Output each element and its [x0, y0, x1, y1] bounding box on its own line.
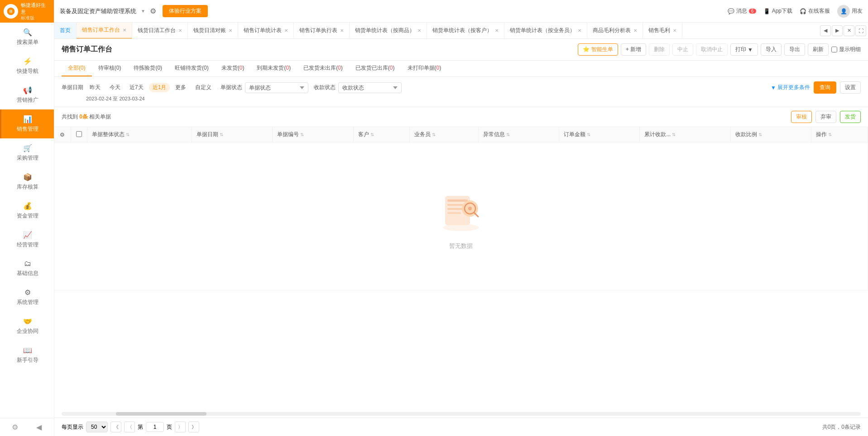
import-btn[interactable]: 导入: [761, 43, 782, 56]
prev-page-btn[interactable]: 〈: [124, 422, 135, 432]
sidebar-item-purchase[interactable]: 🛒采购管理: [0, 138, 54, 167]
query-btn[interactable]: 查询: [814, 81, 836, 94]
stop-btn[interactable]: 中止: [672, 43, 693, 56]
ship-btn[interactable]: 发货: [840, 111, 861, 123]
print-btn[interactable]: 打印 ▼: [730, 43, 758, 56]
sidebar-item-basic[interactable]: 🗂基础信息: [0, 254, 54, 283]
first-page-btn[interactable]: 《: [110, 422, 121, 432]
tab-goods-stat-staff[interactable]: 销货单统计表（按业务员）✕: [504, 23, 587, 39]
sort-icon[interactable]: ⇅: [126, 132, 129, 137]
scroll-thumb[interactable]: [116, 412, 206, 416]
sidebar-item-quick-nav[interactable]: ⚡快捷导航: [0, 52, 54, 81]
user-btn[interactable]: 👤 用友: [837, 5, 863, 18]
add-btn[interactable]: + 新增: [621, 43, 646, 56]
select-all-checkbox[interactable]: [76, 131, 82, 137]
date-option-昨天[interactable]: 昨天: [86, 83, 104, 92]
payment-select[interactable]: 收款状态: [338, 82, 402, 93]
cancel-stop-btn[interactable]: 取消中止: [696, 43, 728, 56]
sidebar-item-marketing[interactable]: 📢营销推广: [0, 81, 54, 109]
subtab-pending-inspect[interactable]: 待拣验货(0): [127, 61, 168, 76]
tab-sales-exec[interactable]: 销售订单执行表✕: [294, 23, 350, 39]
sort-icon[interactable]: ⇅: [672, 132, 676, 137]
smart-btn[interactable]: ⭐ 智能生单: [578, 43, 618, 56]
filter-settings-btn[interactable]: 设置: [840, 81, 861, 94]
tab-cashier[interactable]: 钱货日清工作台✕: [132, 23, 188, 39]
export-btn[interactable]: 导出: [784, 43, 805, 56]
sidebar-item-guide[interactable]: 📖新手引导: [0, 341, 54, 370]
tab-home[interactable]: 首页: [54, 23, 77, 39]
date-option-自定义[interactable]: 自定义: [192, 83, 215, 92]
sidebar-item-system[interactable]: ⚙系统管理: [0, 283, 54, 312]
date-option-今天[interactable]: 今天: [106, 83, 124, 92]
review-btn[interactable]: 审核: [791, 111, 812, 123]
settings-icon[interactable]: ⚙: [5, 423, 25, 431]
tab-expand-icon[interactable]: ⛶: [855, 25, 866, 36]
tab-sales-stat[interactable]: 销售订单统计表✕: [238, 23, 294, 39]
tab-goods-stat-cust[interactable]: 销货单统计表（按客户）✕: [427, 23, 504, 39]
show-detail-checkbox[interactable]: [831, 47, 837, 52]
industry-btn[interactable]: 体验行业方案: [163, 5, 208, 17]
sidebar-item-finance[interactable]: 💰资金管理: [0, 196, 54, 225]
tab-close-icon[interactable]: ✕: [178, 28, 182, 33]
sort-icon[interactable]: ⇅: [220, 132, 223, 137]
sort-icon[interactable]: ⇅: [758, 132, 762, 137]
sidebar-item-search[interactable]: 🔍搜索菜单: [0, 23, 54, 52]
subtab-wangpu-pending[interactable]: 旺铺待发货(0): [168, 61, 215, 76]
sort-icon[interactable]: ⇅: [587, 132, 590, 137]
tab-prev-icon[interactable]: ◀: [820, 25, 831, 36]
tab-close-icon[interactable]: ✕: [229, 28, 232, 33]
tab-close-icon[interactable]: ✕: [495, 28, 499, 33]
tab-sales-profit[interactable]: 销售毛利✕: [643, 23, 682, 39]
sidebar-item-sales[interactable]: 📊销售管理: [0, 109, 54, 138]
tab-close-all-icon[interactable]: ✕: [844, 25, 854, 36]
date-option-近7天[interactable]: 近7天: [126, 83, 147, 92]
subtab-expired-not-shipped[interactable]: 到期未发货(0): [250, 61, 297, 76]
subtab-not-printed[interactable]: 未打印单据(0): [401, 61, 448, 76]
sidebar-item-enterprise[interactable]: 🤝企业协同: [0, 312, 54, 341]
tab-close-icon[interactable]: ✕: [578, 28, 581, 33]
tab-close-icon[interactable]: ✕: [340, 28, 344, 33]
sidebar-item-operation[interactable]: 📈经营管理: [0, 225, 54, 254]
topbar-settings-icon[interactable]: ⚙: [150, 7, 156, 15]
next-page-btn[interactable]: 〉: [175, 422, 186, 432]
settings-col-icon[interactable]: ⚙: [60, 132, 65, 138]
sort-icon[interactable]: ⇅: [506, 132, 510, 137]
subtab-shipped-not-out[interactable]: 已发货未出库(0): [297, 61, 349, 76]
expand-conditions-btn[interactable]: ▼ 展开更多条件: [771, 84, 810, 91]
scroll-track[interactable]: [62, 412, 861, 416]
sort-icon[interactable]: ⇅: [370, 132, 374, 137]
subtab-all[interactable]: 全部(0): [62, 61, 92, 76]
subtab-pending-review[interactable]: 待审核(0): [92, 61, 128, 76]
subtab-shipped-out[interactable]: 已发货已出库(0): [349, 61, 401, 76]
sidebar-item-inventory[interactable]: 📦库存核算: [0, 167, 54, 196]
date-option-近1月[interactable]: 近1月: [149, 83, 170, 92]
cancel-review-btn[interactable]: 弃审: [815, 111, 836, 123]
sort-icon[interactable]: ⇅: [432, 132, 436, 137]
collapse-icon[interactable]: ◀: [29, 423, 50, 431]
page-input[interactable]: [146, 422, 164, 432]
sort-icon[interactable]: ⇅: [300, 132, 304, 137]
tab-cash-goods[interactable]: 钱货日清对账✕: [188, 23, 238, 39]
subtab-not-shipped[interactable]: 未发货(0): [215, 61, 251, 76]
topbar-dropdown[interactable]: ▼: [141, 9, 145, 14]
message-btn[interactable]: 💬 消息 6: [728, 7, 756, 15]
tab-next-icon[interactable]: ▶: [832, 25, 843, 36]
app-download-btn[interactable]: 📱 App下载: [763, 7, 792, 15]
last-page-btn[interactable]: 》: [188, 422, 199, 432]
tab-close-icon[interactable]: ✕: [633, 28, 637, 33]
status-select[interactable]: 单据状态: [245, 82, 308, 93]
tab-goods-stat-prod[interactable]: 销货单统计表（按商品）✕: [350, 23, 427, 39]
refresh-btn[interactable]: 刷新: [808, 43, 829, 56]
tab-close-icon[interactable]: ✕: [123, 28, 126, 33]
tab-close-icon[interactable]: ✕: [673, 28, 676, 33]
date-option-更多[interactable]: 更多: [172, 83, 190, 92]
tab-close-icon[interactable]: ✕: [417, 28, 421, 33]
show-detail-checkbox-label[interactable]: 显示明细: [831, 46, 861, 53]
tab-close-icon[interactable]: ✕: [284, 28, 288, 33]
page-size-select[interactable]: 50: [86, 422, 108, 432]
sort-icon[interactable]: ⇅: [828, 132, 832, 137]
online-service-btn[interactable]: 🎧 在线客服: [800, 7, 830, 15]
tab-margin-stat[interactable]: 商品毛利分析表✕: [587, 23, 643, 39]
delete-btn[interactable]: 删除: [649, 43, 670, 56]
tab-sales-workbench[interactable]: 销售订单工作台✕: [77, 23, 132, 39]
